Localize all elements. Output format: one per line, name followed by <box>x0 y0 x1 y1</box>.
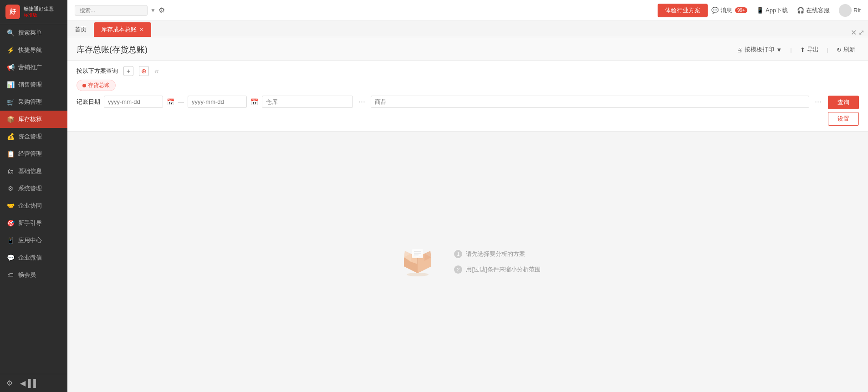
newguide-icon: 🎯 <box>6 219 15 227</box>
sidebar-item-marketing[interactable]: 📢 营销推广 <box>0 59 67 76</box>
wechat-icon: 💬 <box>6 254 15 262</box>
print-template-label: 按模板打印 <box>745 46 774 54</box>
user-profile[interactable]: Rit <box>839 4 861 17</box>
filter-area: 按以下方案查询 + ⊕ « 存货总账 记账日期 📅 — <box>67 61 868 132</box>
calendar-start-icon[interactable]: 📅 <box>167 98 174 106</box>
topbar-dropdown-arrow-icon[interactable]: ▼ <box>150 7 156 14</box>
panel-close-button[interactable]: ✕ <box>851 28 857 37</box>
refresh-btn[interactable]: ↻ 刷新 <box>833 44 859 56</box>
sidebar-item-label: 新手引导 <box>18 219 42 227</box>
empty-illustration <box>395 239 440 285</box>
online-service-item[interactable]: 🎧 在线客服 <box>797 6 830 15</box>
messages-item[interactable]: 💬 消息 99+ <box>711 6 747 15</box>
warehouse-more-icon[interactable]: ··· <box>357 97 367 107</box>
empty-box-svg <box>395 239 440 285</box>
topbar-gear-icon[interactable]: ⚙ <box>158 6 165 15</box>
sidebar-item-wechat[interactable]: 💬 企业微信 <box>0 249 67 266</box>
topbar-right: 💬 消息 99+ 📱 App下载 🎧 在线客服 Rit <box>711 4 861 17</box>
sidebar-logo: 好 畅捷通好生意 标准版 <box>0 0 67 24</box>
sidebar-item-operations[interactable]: 📋 经营管理 <box>0 145 67 163</box>
product-input[interactable] <box>371 96 809 108</box>
tab-inventory-ledger[interactable]: 库存成本总账 ✕ <box>94 22 151 37</box>
app-download-item[interactable]: 📱 App下载 <box>756 6 788 15</box>
sidebar-item-member[interactable]: 🏷 畅会员 <box>0 266 67 284</box>
refresh-label: 刷新 <box>843 46 855 54</box>
message-icon: 💬 <box>711 7 719 14</box>
date-field-label: 记账日期 <box>77 98 100 106</box>
sidebar-item-finance[interactable]: 💰 资金管理 <box>0 128 67 145</box>
date-start-input[interactable] <box>104 96 163 108</box>
scheme-tag-inventory[interactable]: 存货总账 <box>77 80 116 91</box>
settings-button[interactable]: 设置 <box>828 112 859 126</box>
purchase-icon: 🛒 <box>6 98 15 106</box>
print-dropdown-icon[interactable]: ▼ <box>776 46 782 53</box>
tip-text-1: 请先选择要分析的方案 <box>466 248 525 260</box>
logo-title: 畅捷通好生意 <box>24 5 54 12</box>
sidebar-item-search[interactable]: 🔍 搜索菜单 <box>0 24 67 41</box>
sidebar-item-label: 采购管理 <box>18 98 42 106</box>
system-icon: ⚙ <box>6 184 15 193</box>
sidebar-item-label: 企业协同 <box>18 202 42 210</box>
audio-bottom-icon[interactable]: ◀▐▐ <box>20 379 36 387</box>
sidebar-item-appcenter[interactable]: 📱 应用中心 <box>0 232 67 249</box>
topbar: ▼ ⚙ 体验行业方案 💬 消息 99+ 📱 App下载 🎧 在线客服 Rit <box>67 0 868 21</box>
sidebar-item-quicknav[interactable]: ⚡ 快捷导航 <box>0 41 67 59</box>
sidebar-item-newguide[interactable]: 🎯 新手引导 <box>0 214 67 232</box>
page-actions: 🖨 按模板打印 ▼ | ⬆ 导出 | ↻ 刷新 <box>733 44 859 56</box>
tip-item-2: 2 用[过滤]条件来缩小分析范围 <box>454 264 540 275</box>
query-button[interactable]: 查询 <box>828 96 859 109</box>
filter-left-arrow[interactable]: « <box>154 66 159 76</box>
filter-label: 按以下方案查询 <box>77 67 118 75</box>
tip-num-2: 2 <box>454 265 462 274</box>
basic-icon: 🗂 <box>6 167 15 175</box>
date-end-input[interactable] <box>188 96 247 108</box>
export-btn[interactable]: ⬆ 导出 <box>797 44 822 56</box>
tab-home[interactable]: 首页 <box>67 22 94 37</box>
logo-icon: 好 <box>5 5 20 19</box>
marketing-icon: 📢 <box>6 63 15 71</box>
industry-btn[interactable]: 体验行业方案 <box>658 4 708 17</box>
sidebar-item-label: 经营管理 <box>18 150 42 158</box>
sidebar-item-sales[interactable]: 📊 销售管理 <box>0 76 67 93</box>
sales-icon: 📊 <box>6 81 15 89</box>
sidebar-item-label: 营销推广 <box>18 63 42 71</box>
panel-expand-button[interactable]: ⤢ <box>858 28 864 37</box>
sidebar-item-enterprise[interactable]: 🤝 企业协同 <box>0 197 67 214</box>
sidebar-item-label: 系统管理 <box>18 184 42 193</box>
product-more-icon[interactable]: ··· <box>813 97 823 107</box>
calendar-end-icon[interactable]: 📅 <box>250 98 258 106</box>
print-icon: 🖨 <box>737 46 743 53</box>
topbar-search-input[interactable] <box>75 5 148 16</box>
sidebar-item-label: 企业微信 <box>18 254 42 262</box>
content-area: 1 请先选择要分析的方案 2 用[过滤]条件来缩小分析范围 <box>67 132 868 392</box>
sidebar-item-label: 应用中心 <box>18 236 42 244</box>
sidebar-item-system[interactable]: ⚙ 系统管理 <box>0 180 67 197</box>
tab-home-label: 首页 <box>75 25 87 34</box>
tab-close-icon[interactable]: ✕ <box>139 26 144 33</box>
page-area: 库存总账(存货总账) 🖨 按模板打印 ▼ | ⬆ 导出 | ↻ 刷新 <box>67 37 868 392</box>
sidebar-item-inventory[interactable]: 📦 库存核算 <box>0 111 67 128</box>
filter-add-button[interactable]: + <box>123 66 133 76</box>
inventory-icon: 📦 <box>6 115 15 123</box>
empty-state: 1 请先选择要分析的方案 2 用[过滤]条件来缩小分析范围 <box>395 239 540 285</box>
refresh-icon: ↻ <box>837 46 842 53</box>
action-divider-2: | <box>827 46 828 53</box>
query-btn-group: 查询 设置 <box>828 96 859 126</box>
scheme-tag-label: 存货总账 <box>88 81 110 89</box>
app-download-label: App下载 <box>766 6 788 15</box>
sidebar-item-basic[interactable]: 🗂 基础信息 <box>0 163 67 180</box>
app-download-icon: 📱 <box>756 7 764 14</box>
print-template-btn[interactable]: 🖨 按模板打印 ▼ <box>733 44 786 56</box>
sidebar-item-label: 快捷导航 <box>18 46 42 54</box>
filter-collapse-button[interactable]: ⊕ <box>139 66 149 76</box>
settings-bottom-icon[interactable]: ⚙ <box>6 379 13 387</box>
messages-badge: 99+ <box>735 7 747 13</box>
empty-tips: 1 请先选择要分析的方案 2 用[过滤]条件来缩小分析范围 <box>454 248 540 275</box>
logo-subtitle: 标准版 <box>24 12 54 18</box>
operations-icon: 📋 <box>6 150 15 158</box>
sidebar-item-purchase[interactable]: 🛒 采购管理 <box>0 93 67 111</box>
member-icon: 🏷 <box>6 271 15 279</box>
warehouse-input[interactable] <box>262 96 353 108</box>
filter-scheme-area: 存货总账 <box>77 80 859 91</box>
search-icon: 🔍 <box>6 29 15 37</box>
